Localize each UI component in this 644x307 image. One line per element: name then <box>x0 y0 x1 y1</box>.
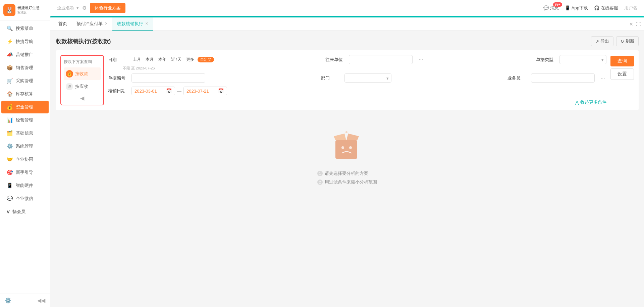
sidebar-item-vip[interactable]: V 畅会员 <box>1 205 49 218</box>
department-select[interactable] <box>344 73 391 83</box>
sidebar-item-finance[interactable]: 💰 资金管理 <box>1 101 49 113</box>
receipt-close-icon[interactable]: ✕ <box>145 21 148 26</box>
voucher-type-label: 单据类型 <box>536 57 555 63</box>
verify-date-start-box[interactable]: 📅 <box>131 87 175 95</box>
tab-bar: 首页 预付冲应付单 ✕ 收款核销执行 ✕ ✕ ⛶ <box>50 17 644 31</box>
receipt-option-icon: 💰 <box>66 70 73 78</box>
empty-hint-2: 2 用过滤条件来缩小分析范围 <box>317 178 377 187</box>
date-hint: 不限 至 2023-07-26 <box>123 66 155 70</box>
sidebar-bottom: ⚙️ ◀◀ <box>0 294 50 307</box>
sidebar-item-quick-nav[interactable]: ⚡ 快捷导航 <box>1 35 49 48</box>
counterparty-input[interactable] <box>349 55 413 64</box>
gear-icon[interactable]: ⚙ <box>82 5 87 11</box>
voucher-type-select[interactable] <box>559 55 606 64</box>
vip-icon: V <box>7 209 10 214</box>
verify-date-start-input[interactable] <box>135 89 165 94</box>
sidebar-item-guide[interactable]: 🎯 新手引导 <box>1 166 49 179</box>
date-more[interactable]: 更多 <box>185 56 196 63</box>
counterparty-more-btn[interactable]: ··· <box>417 57 424 63</box>
sidebar-item-wechat[interactable]: 💬 企业微信 <box>1 192 49 205</box>
sidebar-item-hardware[interactable]: 📱 智能硬件 <box>1 179 49 192</box>
quick-nav-icon: ⚡ <box>7 39 13 45</box>
top-header: 企业名称 ▾ ⚙ 体验行业方案 💬 消息 99+ 📱 App下载 🎧 在线客服 … <box>50 0 644 16</box>
refresh-btn[interactable]: ↻ 刷新 <box>616 36 639 46</box>
sidebar-item-system[interactable]: ⚙️ 系统管理 <box>1 140 49 153</box>
receivable-option-icon: ⏱ <box>66 83 73 90</box>
sidebar-item-sales[interactable]: 📦 销售管理 <box>1 61 49 74</box>
query-btn[interactable]: 查询 <box>610 56 634 66</box>
filter-by-receivable[interactable]: ⏱ 按应收 <box>64 80 101 93</box>
finance-icon: 💰 <box>7 104 13 110</box>
online-service-btn[interactable]: 🎧 在线客服 <box>594 5 618 11</box>
logo-badge: 标准版 <box>17 10 40 15</box>
settings-icon[interactable]: ⚙️ <box>5 297 11 304</box>
empty-hint-1: 1 请先选择要分析的方案 <box>317 169 377 178</box>
svg-rect-0 <box>335 140 357 159</box>
collapse-sidebar-icon[interactable]: ◀◀ <box>37 297 45 304</box>
verify-date-end-calendar-icon[interactable]: 📅 <box>218 88 224 94</box>
sidebar-item-marketing[interactable]: 📣 营销推广 <box>1 48 49 61</box>
salesperson-input[interactable] <box>531 73 595 83</box>
brand-dropdown-icon[interactable]: ▾ <box>76 5 79 10</box>
export-btn[interactable]: ↗ 导出 <box>591 36 613 46</box>
salesperson-label: 业务员 <box>507 75 526 81</box>
date-this-year[interactable]: 本年 <box>157 56 168 63</box>
sidebar-item-operation[interactable]: 📊 经营管理 <box>1 114 49 126</box>
search-icon: 🔍 <box>7 25 13 32</box>
sidebar-item-inventory[interactable]: 🏠 库存核算 <box>1 88 49 100</box>
filter-row-2: 单据编号 部门 ▾ 业务员 <box>108 73 606 83</box>
empty-illustration <box>330 130 364 164</box>
sidebar-item-cooperation[interactable]: 🤝 企业协同 <box>1 153 49 166</box>
collapse-chevron-icon: ⋀ <box>575 100 579 105</box>
setting-btn[interactable]: 设置 <box>610 68 634 80</box>
home-label: 首页 <box>58 21 67 27</box>
svg-marker-1 <box>334 134 346 140</box>
logo-title: 畅捷通好生意 <box>17 5 40 10</box>
service-label: 在线客服 <box>601 5 618 11</box>
tab-prepay[interactable]: 预付冲应付单 ✕ <box>72 17 112 31</box>
voucher-no-input[interactable] <box>131 73 205 83</box>
sidebar-item-base-info[interactable]: 🗂️ 基础信息 <box>1 127 49 140</box>
header-left: 企业名称 ▾ ⚙ 体验行业方案 <box>57 3 125 13</box>
hint-1-num: 1 <box>317 171 323 176</box>
tab-close-btn[interactable]: ✕ <box>629 21 633 27</box>
filter-panel: 按以下方案查询 💰 按收款 ⏱ 按应收 ◀ 日 <box>56 50 639 110</box>
logo-area: 🐰 畅捷通好生意 标准版 <box>0 0 50 20</box>
wechat-icon: 💬 <box>7 196 13 202</box>
marketing-icon: 📣 <box>7 52 13 58</box>
date-this-month[interactable]: 本月 <box>144 56 155 63</box>
sales-icon: 📦 <box>7 65 13 71</box>
prepay-close-icon[interactable]: ✕ <box>105 21 108 26</box>
date-7days[interactable]: 近7天 <box>170 56 183 63</box>
query-buttons: 查询 设置 <box>610 55 634 80</box>
cooperation-icon: 🤝 <box>7 156 13 162</box>
date-last-month[interactable]: 上月 <box>131 56 142 63</box>
filter-row-3: 核销日期 📅 — 📅 <box>108 87 606 95</box>
page-title-bar: 收款核销执行(按收款) ↗ 导出 ↻ 刷新 <box>56 36 639 46</box>
page-content: 收款核销执行(按收款) ↗ 导出 ↻ 刷新 按以下方案查询 💰 按收款 <box>50 31 644 307</box>
verify-date-start-calendar-icon[interactable]: 📅 <box>166 88 172 94</box>
date-custom[interactable]: 自定义 <box>198 57 214 62</box>
message-icon: 💬 <box>543 5 549 10</box>
sidebar-item-purchase[interactable]: 🛒 采购管理 <box>1 74 49 87</box>
collapse-more-btn[interactable]: ⋀ 收起更多条件 <box>108 99 606 105</box>
department-label: 部门 <box>321 75 340 81</box>
message-btn[interactable]: 💬 消息 99+ <box>543 5 559 11</box>
app-download-btn[interactable]: 📱 App下载 <box>565 5 588 11</box>
filter-by-receipt[interactable]: 💰 按收款 <box>64 67 101 80</box>
verify-date-end-input[interactable] <box>186 89 217 94</box>
verify-date-end-box[interactable]: 📅 <box>183 87 227 95</box>
svg-point-3 <box>341 146 344 149</box>
hardware-icon: 📱 <box>7 183 13 189</box>
sidebar-item-search[interactable]: 🔍 搜索菜单 <box>1 22 49 35</box>
svg-marker-2 <box>346 134 359 140</box>
industry-btn[interactable]: 体验行业方案 <box>90 3 125 13</box>
filter-main: 日期 上月 本月 本年 近7天 更多 自定义 往来单位 <box>108 55 634 105</box>
tab-expand-btn[interactable]: ⛶ <box>636 21 641 27</box>
salesperson-more-btn[interactable]: ··· <box>599 75 606 81</box>
header-right: 💬 消息 99+ 📱 App下载 🎧 在线客服 用户名 <box>543 5 637 11</box>
voucher-no-label: 单据编号 <box>108 75 127 81</box>
tab-receipt[interactable]: 收款核销执行 ✕ <box>112 17 153 31</box>
filter-collapse-btn[interactable]: ◀ <box>64 95 101 101</box>
tab-home[interactable]: 首页 <box>54 17 72 31</box>
